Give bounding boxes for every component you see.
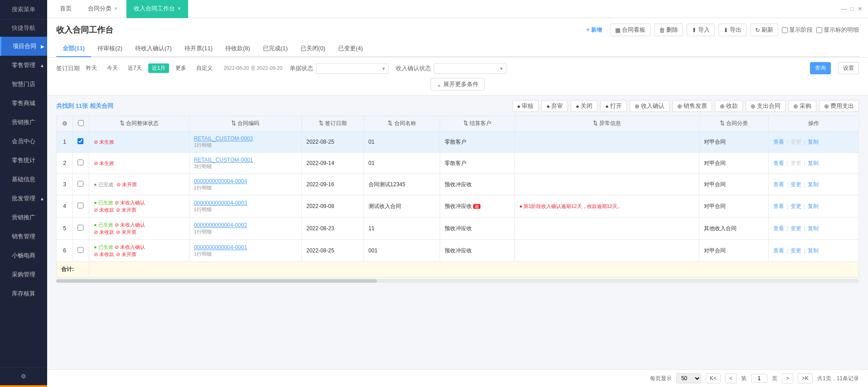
copy-btn-6[interactable]: 复制 [808,247,819,254]
last1month-btn[interactable]: 近1月 [148,63,170,73]
copy-btn-5[interactable]: 复制 [808,225,819,232]
code-link-2[interactable]: RETAIL_CUSTOM-0001 [194,157,253,163]
edit-btn-6[interactable]: 变更 [790,247,801,254]
row-select-6[interactable] [78,247,83,253]
sidebar-item-retail-stats[interactable]: 零售统计 [0,151,47,170]
row-checkbox[interactable] [73,240,89,262]
kanban-button[interactable]: ▦ 合同看板 [610,24,650,36]
col-checkbox[interactable] [73,116,89,131]
row-checkbox[interactable] [73,195,89,218]
row-checkbox[interactable] [73,153,89,174]
row-select-2[interactable] [78,160,83,165]
sidebar-item-sales[interactable]: 销售管理 [0,227,47,246]
edit-btn-5[interactable]: 变更 [790,225,801,232]
sidebar-item-project[interactable]: 项目合同 ▶ [0,37,47,56]
tab-contract-cat-close[interactable]: × [114,5,117,12]
income-confirm-btn[interactable]: ⊕ 收入确认 [630,100,669,112]
code-link[interactable]: RETAIL_CUSTOM-0003 [194,135,253,142]
sidebar-item-wholesale[interactable]: 批发管理 ▲ [0,189,47,208]
sales-invoice-btn[interactable]: ⊕ 销售发票 [672,100,712,112]
sidebar-search[interactable]: 搜索菜单 [0,0,47,19]
expand-filter-btn[interactable]: ⌄ 展开更多条件 [431,78,485,91]
view-btn-3[interactable]: 查看 [773,181,784,188]
tab-income-workbench[interactable]: 收入合同工作台 × [126,0,188,18]
sidebar-item-marketing1[interactable]: 营销推广 [0,113,47,132]
status-tab-pending-invoice[interactable]: 待开票(11) [178,41,219,57]
view-btn-5[interactable]: 查看 [773,225,784,232]
tab-income-close[interactable]: × [178,5,181,12]
sidebar-quick-nav[interactable]: 快捷导航 [0,19,47,37]
row-select-3[interactable] [78,181,83,187]
row-select-5[interactable] [78,225,83,231]
row-select-1[interactable] [78,138,83,144]
export-button[interactable]: ⬇ 导出 [718,24,747,36]
horizontal-scrollbar[interactable] [56,279,859,283]
select-all-checkbox[interactable] [78,120,84,126]
sidebar-item-ecommerce[interactable]: 小畅电商 [0,246,47,265]
row-checkbox[interactable] [73,174,89,195]
sidebar-item-mall[interactable]: 零售商城 [0,94,47,113]
show-details-checkbox[interactable] [816,27,822,33]
edit-btn-2[interactable]: 变更 [790,160,801,166]
next-page-btn[interactable]: > [782,373,793,383]
refresh-button[interactable]: ↻ 刷新 [750,24,778,36]
prev-page-btn[interactable]: < [725,373,737,383]
last7-btn[interactable]: 近7天 [124,63,145,73]
code-link-3[interactable]: 0000000000004-0004 [194,178,247,184]
copy-btn-1[interactable]: 复制 [808,139,819,145]
sidebar-item-basic[interactable]: 基础信息 [0,170,47,189]
receive-btn[interactable]: ⊕ 收款 [715,100,743,112]
col-settings[interactable]: ⚙ [57,116,73,131]
status-tab-changed[interactable]: 已变更(4) [332,41,369,57]
purchase-btn[interactable]: ⊕ 采购 [788,100,816,112]
minimize-btn[interactable]: — [841,5,847,12]
sidebar-item-smart-store[interactable]: 智慧门店 [0,75,47,94]
code-link-4[interactable]: 0000000000004-0003 [194,200,247,206]
close-btn[interactable]: ● 关闭 [571,100,597,112]
view-btn-4[interactable]: 查看 [773,203,784,209]
sidebar-item-member[interactable]: 会员中心 [0,132,47,151]
view-btn-6[interactable]: 查看 [773,247,784,254]
doc-status-select[interactable] [316,63,388,74]
abandon-btn[interactable]: ● 弃审 [541,100,568,112]
show-fields-checkbox[interactable] [782,27,788,33]
scrollbar-thumb[interactable] [56,279,377,283]
yesterday-btn[interactable]: 昨天 [82,63,101,73]
income-confirm-select[interactable] [434,63,506,74]
first-page-btn[interactable]: K< [706,373,721,383]
code-link-6[interactable]: 0000000000004-0001 [194,244,247,251]
status-tab-completed[interactable]: 已完成(1) [257,41,294,57]
status-tab-all[interactable]: 全部(11) [56,41,91,57]
delete-button[interactable]: 🗑 删除 [654,24,683,36]
page-size-select[interactable]: 50 10 20 100 [676,373,701,383]
copy-btn-4[interactable]: 复制 [808,203,819,209]
last-page-btn[interactable]: >K [798,373,813,383]
edit-btn-1[interactable]: 变更 [790,139,801,145]
sidebar-item-marketing2[interactable]: 营销推广 [0,208,47,227]
sidebar-item-inventory[interactable]: 库存核算 [0,284,47,303]
copy-btn-2[interactable]: 复制 [808,160,819,166]
view-btn-1[interactable]: 查看 [773,139,784,145]
tab-contract-cat[interactable]: 合同分类 × [81,0,125,18]
show-details-checkbox-label[interactable]: 显示标的明细 [816,26,859,34]
expense-out-btn[interactable]: ⊕ 支出合同 [746,100,786,112]
close-btn[interactable]: ✕ [858,5,863,12]
copy-btn-3[interactable]: 复制 [808,181,819,188]
open-btn[interactable]: ● 打开 [600,100,627,112]
edit-btn-4[interactable]: 变更 [790,203,801,209]
maximize-btn[interactable]: □ [850,5,854,12]
show-fields-checkbox-label[interactable]: 显示阶段 [782,26,813,34]
query-button[interactable]: 查询 [810,62,831,74]
row-checkbox[interactable] [73,218,89,240]
fee-out-btn[interactable]: ⊕ 费用支出 [819,100,859,112]
page-input[interactable] [751,374,767,383]
tab-home[interactable]: 首页 [53,0,79,18]
sidebar-settings[interactable]: ⚙ [0,367,47,385]
sidebar-item-retail[interactable]: 零售管理 ▲ [0,56,47,75]
review-btn[interactable]: ● 审核 [512,100,539,112]
status-tab-closed[interactable]: 已关闭(0) [294,41,332,57]
row-select-4[interactable] [78,203,83,208]
code-link-5[interactable]: 0000000000004-0002 [194,222,247,228]
row-checkbox[interactable] [73,131,89,153]
today-btn[interactable]: 今天 [103,63,121,73]
